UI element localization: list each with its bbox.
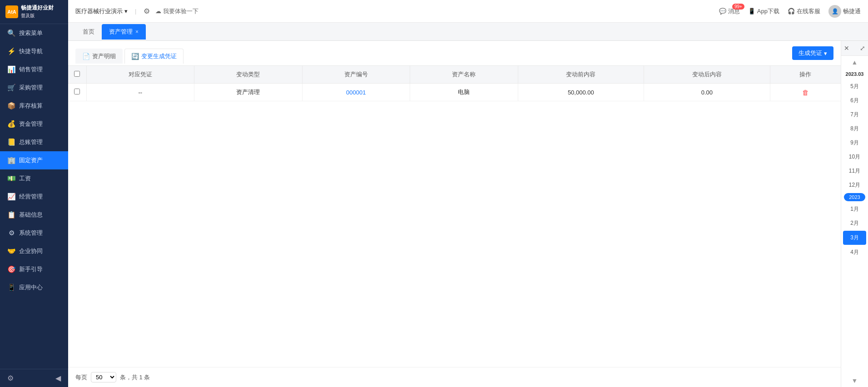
sidebar-item-label: 销售管理 [19,65,43,74]
row-checkbox-cell[interactable] [68,84,86,101]
delete-icon[interactable]: 🗑 [802,89,809,96]
generate-voucher-button[interactable]: 生成凭证 ▾ [792,46,833,60]
download-icon: 📱 [748,8,755,15]
rs-month-10[interactable]: 10月 [841,150,868,164]
sidebar-item-label: 总账管理 [19,138,43,146]
rs-month-12[interactable]: 12月 [841,178,868,192]
sidebar-item-ledger[interactable]: 📒 总账管理 [0,133,68,151]
guide-icon: 🎯 [7,265,15,273]
feedback-btn[interactable]: ☁ 我要体验一下 [155,7,198,15]
row-action[interactable]: 🗑 [770,84,841,101]
chevron-down-icon: ▾ [124,8,128,15]
col-asset-name: 资产名称 [410,66,518,84]
change-voucher-table: 对应凭证 变动类型 资产编号 资产名称 变动前内容 变动后内容 操作 [68,66,841,101]
message-btn[interactable]: 💬 消息 99+ [719,7,740,15]
tab-home-label: 首页 [83,28,94,35]
company-selector[interactable]: 医疗器械行业演示 ▾ [75,7,128,15]
rs-scroll-down-btn[interactable]: ▼ [841,374,868,387]
sidebar-item-capital[interactable]: 💰 资金管理 [0,115,68,133]
operations-icon: 📈 [7,193,15,201]
tab-close-icon[interactable]: × [135,29,139,35]
customer-service-btn[interactable]: 🎧 在线客服 [788,7,820,15]
main-panel: 📄 资产明细 🔄 变更生成凭证 生成凭证 ▾ [68,41,841,387]
app-download-label: App下载 [757,7,779,15]
col-change-type: 变动类型 [194,66,303,84]
table-container: 对应凭证 变动类型 资产编号 资产名称 变动前内容 变动后内容 操作 [68,66,841,367]
sidebar-item-label: 采购管理 [19,84,43,92]
sidebar-item-label: 基础信息 [19,211,43,219]
sidebar-item-fixed-assets[interactable]: 🏢 固定资产 [0,151,68,169]
settings-icon[interactable]: ⚙ [7,374,14,382]
avatar: 👤 [828,5,841,18]
sidebar-item-enterprise[interactable]: 🤝 企业协同 [0,242,68,260]
rs-month-9[interactable]: 9月 [841,136,868,150]
sidebar-item-label: 系统管理 [19,229,43,237]
settings-gear-icon[interactable]: ⚙ [144,7,150,15]
select-all-checkbox[interactable] [74,71,80,77]
app-center-icon: 📱 [7,283,15,292]
company-name: 医疗器械行业演示 [75,7,123,15]
sidebar-item-guide[interactable]: 🎯 新手引导 [0,260,68,278]
sidebar-item-inventory[interactable]: 📦 库存核算 [0,97,68,115]
row-checkbox[interactable] [74,89,80,94]
salary-icon: 💵 [7,174,15,183]
per-page-select[interactable]: 10 20 50 100 [91,372,116,382]
sidebar-nav: 🔍 搜索菜单 ⚡ 快捷导航 📊 销售管理 🛒 采购管理 📦 库存核算 💰 资金管… [0,24,68,369]
app-download-btn[interactable]: 📱 App下载 [748,7,779,15]
sidebar-logo: AtA 畅捷通好业财 普及版 [0,0,68,24]
capital-icon: 💰 [7,120,15,128]
sidebar-item-app-center[interactable]: 📱 应用中心 [0,278,68,297]
sidebar-item-basic-info[interactable]: 📋 基础信息 [0,206,68,224]
sidebar-item-operations[interactable]: 📈 经营管理 [0,188,68,206]
logo-title: 畅捷通好业财 [21,5,54,12]
col-action: 操作 [770,66,841,84]
tab-asset-management[interactable]: 资产管理 × [102,24,146,40]
rs-month-11[interactable]: 11月 [841,164,868,178]
inventory-icon: 📦 [7,102,15,110]
sidebar-item-purchase[interactable]: 🛒 采购管理 [0,79,68,97]
rs-month-4[interactable]: 4月 [841,245,868,259]
topbar-right: 💬 消息 99+ 📱 App下载 🎧 在线客服 👤 畅捷通 [719,5,861,18]
col-after: 变动后内容 [644,66,770,84]
total-label: 条，共 1 条 [120,373,150,382]
tabs-bar: 首页 资产管理 × [68,23,868,41]
sidebar-item-salary[interactable]: 💵 工资 [0,169,68,188]
col-voucher: 对应凭证 [86,66,194,84]
topbar: 医疗器械行业演示 ▾ | ⚙ ☁ 我要体验一下 💬 消息 99+ 📱 App下载… [68,0,868,23]
user-btn[interactable]: 👤 畅捷通 [828,5,861,18]
tab-active-label: 资产管理 [109,28,133,36]
sidebar-item-quick-nav[interactable]: ⚡ 快捷导航 [0,42,68,60]
row-before: 50,000.00 [518,84,644,101]
change-voucher-icon: 🔄 [131,53,139,60]
rs-close-icon[interactable]: ✕ [844,45,849,52]
sidebar-item-sales[interactable]: 📊 销售管理 [0,60,68,79]
table-header-row: 对应凭证 变动类型 资产编号 资产名称 变动前内容 变动后内容 操作 [68,66,841,84]
sidebar-item-search[interactable]: 🔍 搜索菜单 [0,24,68,42]
sidebar-item-label: 库存核算 [19,102,43,110]
sub-tab-change-voucher[interactable]: 🔄 变更生成凭证 [124,49,184,64]
purchase-icon: 🛒 [7,84,15,92]
rs-year-2023[interactable]: 2023 [844,193,865,201]
collapse-icon[interactable]: ◀ [55,374,61,382]
rs-month-7[interactable]: 7月 [841,108,868,122]
generate-label: 生成凭证 [799,49,822,57]
sub-tab-asset-list[interactable]: 📄 资产明细 [75,49,123,64]
rs-month-2[interactable]: 2月 [841,216,868,230]
sidebar-item-system[interactable]: ⚙ 系统管理 [0,224,68,242]
sub-tab-change-voucher-label: 变更生成凭证 [141,52,177,60]
sidebar-item-label: 资金管理 [19,120,43,128]
select-all-header[interactable] [68,66,86,84]
sidebar-item-label: 固定资产 [19,156,43,164]
rs-expand-icon[interactable]: ⤢ [860,45,865,52]
rs-scroll-up-btn[interactable]: ▲ [841,56,868,69]
enterprise-icon: 🤝 [7,247,15,255]
rs-month-1[interactable]: 1月 [841,202,868,216]
rs-month-8[interactable]: 8月 [841,122,868,136]
rs-month-5[interactable]: 5月 [841,79,868,94]
tab-home[interactable]: 首页 [75,24,102,40]
rs-month-3[interactable]: 3月 [843,231,866,245]
row-voucher: -- [86,84,194,101]
sub-tabs: 📄 资产明细 🔄 变更生成凭证 生成凭证 ▾ [68,41,841,66]
rs-month-6[interactable]: 6月 [841,94,868,108]
basic-info-icon: 📋 [7,211,15,219]
